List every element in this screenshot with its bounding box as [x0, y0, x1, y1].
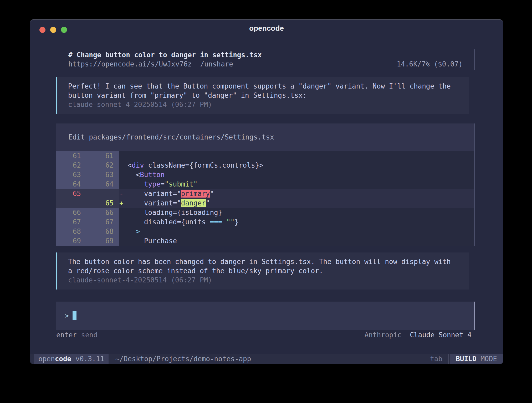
diff-gutter: 6868 [56, 227, 119, 236]
diff-row: 6969 Purchase [56, 236, 474, 246]
app-name-open: open [38, 355, 55, 363]
assistant-message: The button color has been changed to dan… [56, 252, 469, 290]
diff-gutter: 6262 [56, 161, 119, 170]
message-model-meta: claude-sonnet-4-20250514 (06:27 PM) [68, 100, 469, 109]
prompt-input[interactable]: > [56, 302, 475, 330]
input-hint-row: enter send Anthropic Claude Sonnet 4 [56, 330, 475, 340]
edit-file-title: Edit packages/frontend/src/containers/Se… [56, 123, 474, 151]
session-header: # Change button color to danger in setti… [56, 49, 475, 70]
diff-row: 6868 > [56, 227, 474, 236]
unshare-command[interactable]: /unshare [200, 60, 233, 69]
diff-row: 65+ variant="danger" [56, 198, 474, 208]
edit-tool-block: Edit packages/frontend/src/containers/Se… [56, 123, 475, 246]
diff-code-line: loading={isLoading} [119, 208, 474, 217]
diff-code-line: + variant="danger" [119, 198, 474, 208]
model-provider: Anthropic [365, 331, 402, 339]
diff-row: 6262 <div className={formCs.controls}> [56, 161, 474, 170]
diff-gutter: 65 [56, 189, 119, 198]
diff-row: 6464 type="submit" [56, 179, 474, 189]
app-version: v0.3.11 [75, 355, 104, 363]
diff-gutter: 65 [56, 198, 119, 208]
diff-code-line: Purchase [119, 236, 474, 246]
mode-build-label: BUILD [456, 355, 476, 363]
model-name: Claude Sonnet 4 [410, 331, 472, 339]
diff-code-line: > [119, 227, 474, 236]
working-directory: ~/Desktop/Projects/demo-notes-app [115, 355, 251, 363]
diff-row: 6666 loading={isLoading} [56, 208, 474, 217]
session-subheader: https://opencode.ai/s/UwJxv76z /unshare … [56, 60, 474, 69]
send-action-hint: send [81, 330, 98, 340]
diff-gutter: 6161 [56, 151, 119, 161]
session-title: # Change button color to danger in setti… [56, 50, 474, 60]
app-name-code: code [55, 355, 71, 363]
window-title: opencode [30, 24, 503, 33]
diff-code-line: disabled={units === ""} [119, 217, 474, 227]
share-url-link[interactable]: https://opencode.ai/s/UwJxv76z [56, 60, 192, 69]
message-text-line: Perfect! I can see that the Button compo… [68, 82, 469, 91]
title-bar: opencode [30, 20, 503, 36]
status-divider [448, 354, 449, 364]
diff-code-line: type="submit" [119, 179, 474, 189]
context-usage-stats: 14.6K/7% ($0.07) [397, 60, 474, 69]
diff-gutter: 6464 [56, 179, 119, 189]
diff-code-line [119, 151, 474, 161]
mode-chip[interactable]: BUILD MODE [450, 354, 503, 364]
diff-row: 6767 disabled={units === ""} [56, 217, 474, 227]
app-window: opencode # Change button color to danger… [30, 19, 503, 364]
diff-gutter: 6969 [56, 236, 119, 246]
diff-gutter: 6363 [56, 170, 119, 179]
diff-row: 65- variant="primary" [56, 189, 474, 198]
assistant-message: Perfect! I can see that the Button compo… [56, 77, 469, 114]
message-model-meta: claude-sonnet-4-20250514 (06:27 PM) [68, 276, 469, 285]
message-text-line: button variant from "primary" to "danger… [68, 91, 469, 100]
text-cursor [73, 311, 76, 320]
diff-row: 6161 [56, 151, 474, 161]
status-bar: opencode v0.3.11 ~/Desktop/Projects/demo… [30, 354, 503, 364]
diff-gutter: 6767 [56, 217, 119, 227]
diff-gutter: 6666 [56, 208, 119, 217]
diff-code-line: <div className={formCs.controls}> [119, 161, 474, 170]
message-text-line: The button color has been changed to dan… [68, 257, 469, 266]
app-version-chip: opencode v0.3.11 [34, 354, 109, 364]
diff-rows: 6161 6262 <div className={formCs.control… [56, 151, 474, 246]
prompt-caret: > [65, 312, 69, 320]
mode-mode-label: MODE [480, 355, 497, 363]
model-indicator: Anthropic Claude Sonnet 4 [365, 330, 472, 340]
diff-code-line: <Button [119, 170, 474, 179]
message-text-line: a red/rose color scheme instead of the b… [68, 266, 469, 276]
diff-row: 6363 <Button [56, 170, 474, 179]
enter-key-hint: enter [56, 330, 77, 340]
diff-code-line: - variant="primary" [119, 189, 474, 198]
tab-key-hint[interactable]: tab [430, 355, 442, 363]
